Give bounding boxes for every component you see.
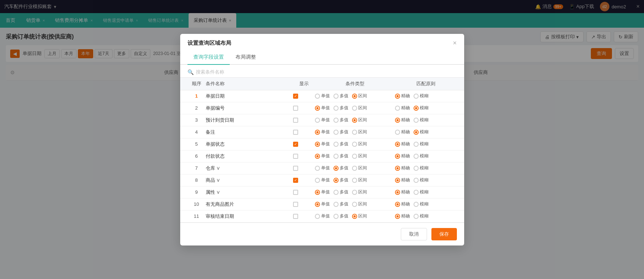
row-name: 单据状态 (206, 141, 293, 148)
row-name: 单据编号 (206, 105, 293, 111)
modal-close-btn[interactable]: × (453, 40, 457, 46)
radio-match-精确[interactable]: 精确 (395, 129, 410, 135)
display-checkbox[interactable] (293, 190, 298, 195)
search-icon: 🔍 (187, 69, 194, 75)
radio-match-精确[interactable]: 精确 (395, 141, 410, 147)
row-order: 10 (187, 201, 206, 207)
radio-type-多值[interactable]: 多值 (333, 93, 348, 99)
radio-match-精确[interactable]: 精确 (395, 153, 410, 159)
table-row: 2 单据编号 单值 多值 区间 精确 (180, 102, 464, 114)
radio-type-多值[interactable]: 多值 (333, 177, 348, 183)
radio-match-精确[interactable]: 精确 (395, 105, 410, 111)
radio-match-模糊[interactable]: 模糊 (414, 189, 428, 195)
display-checkbox[interactable] (293, 154, 298, 159)
row-display[interactable] (293, 130, 315, 135)
radio-type-区间[interactable]: 区间 (352, 93, 367, 99)
display-checkbox[interactable] (293, 214, 298, 219)
display-checkbox[interactable] (293, 130, 298, 135)
radio-circle (333, 130, 339, 135)
radio-match-模糊[interactable]: 模糊 (414, 141, 428, 147)
radio-match-模糊[interactable]: 模糊 (414, 177, 428, 183)
radio-match-模糊[interactable]: 模糊 (414, 153, 428, 159)
radio-type-多值[interactable]: 多值 (333, 105, 348, 111)
row-display[interactable] (293, 202, 315, 207)
radio-type-多值[interactable]: 多值 (333, 141, 348, 147)
radio-type-多值[interactable]: 多值 (333, 129, 348, 135)
row-display[interactable] (293, 190, 315, 195)
radio-type-单值[interactable]: 单值 (315, 213, 330, 219)
radio-type-单值[interactable]: 单值 (315, 105, 330, 111)
row-display[interactable] (293, 106, 315, 111)
settings-modal: 设置查询区域布局 × 查询字段设置 布局调整 🔍 顺序 条件名称 显示 条件类型… (180, 34, 464, 245)
radio-type-单值[interactable]: 单值 (315, 153, 330, 159)
save-btn[interactable]: 保存 (431, 228, 457, 240)
radio-match-精确[interactable]: 精确 (395, 93, 410, 99)
radio-type-多值[interactable]: 多值 (333, 201, 348, 207)
search-input[interactable] (196, 69, 457, 75)
radio-type-多值[interactable]: 多值 (333, 165, 348, 171)
radio-type-单值[interactable]: 单值 (315, 165, 330, 171)
row-order: 3 (187, 117, 206, 123)
display-checkbox[interactable] (293, 178, 298, 183)
radio-type-单值[interactable]: 单值 (315, 141, 330, 147)
row-display[interactable] (293, 154, 315, 159)
radio-match-精确[interactable]: 精确 (395, 117, 410, 123)
cancel-btn[interactable]: 取消 (401, 228, 427, 240)
radio-match-精确[interactable]: 精确 (395, 213, 410, 219)
radio-type-区间[interactable]: 区间 (352, 165, 367, 171)
radio-type-区间[interactable]: 区间 (352, 129, 367, 135)
row-order: 6 (187, 153, 206, 159)
display-checkbox[interactable] (293, 118, 298, 123)
radio-type-区间[interactable]: 区间 (352, 213, 367, 219)
col-header-match: 匹配原则 (395, 80, 457, 87)
radio-type-单值[interactable]: 单值 (315, 201, 330, 207)
row-display[interactable] (293, 94, 315, 99)
radio-type-区间[interactable]: 区间 (352, 201, 367, 207)
radio-circle (315, 214, 320, 219)
row-display[interactable] (293, 142, 315, 147)
radio-circle (315, 94, 320, 99)
display-checkbox[interactable] (293, 202, 298, 207)
radio-match-模糊[interactable]: 模糊 (414, 129, 428, 135)
display-checkbox[interactable] (293, 106, 298, 111)
radio-match-模糊[interactable]: 模糊 (414, 213, 428, 219)
table-row: 6 付款状态 单值 多值 区间 精确 (180, 150, 464, 162)
row-display[interactable] (293, 178, 315, 183)
radio-type-单值[interactable]: 单值 (315, 129, 330, 135)
modal-tab-layout[interactable]: 布局调整 (230, 51, 262, 65)
radio-type-多值[interactable]: 多值 (333, 213, 348, 219)
radio-match-模糊[interactable]: 模糊 (414, 201, 428, 207)
row-display[interactable] (293, 166, 315, 171)
radio-match-精确[interactable]: 精确 (395, 201, 410, 207)
radio-type-多值[interactable]: 多值 (333, 153, 348, 159)
radio-type-多值[interactable]: 多值 (333, 117, 348, 123)
radio-circle (333, 94, 339, 99)
radio-type-多值[interactable]: 多值 (333, 189, 348, 195)
radio-match-精确[interactable]: 精确 (395, 189, 410, 195)
radio-match-模糊[interactable]: 模糊 (414, 117, 428, 123)
radio-type-区间[interactable]: 区间 (352, 117, 367, 123)
radio-circle (414, 166, 419, 171)
display-checkbox[interactable] (293, 142, 298, 147)
radio-type-区间[interactable]: 区间 (352, 177, 367, 183)
radio-match-模糊[interactable]: 模糊 (414, 165, 428, 171)
row-display[interactable] (293, 118, 315, 123)
radio-match-模糊[interactable]: 模糊 (414, 93, 428, 99)
row-display[interactable] (293, 214, 315, 219)
radio-type-单值[interactable]: 单值 (315, 93, 330, 99)
display-checkbox[interactable] (293, 94, 298, 99)
radio-type-单值[interactable]: 单值 (315, 177, 330, 183)
radio-type-区间[interactable]: 区间 (352, 153, 367, 159)
radio-type-区间[interactable]: 区间 (352, 105, 367, 111)
display-checkbox[interactable] (293, 166, 298, 171)
modal-tab-fields-label: 查询字段设置 (193, 54, 224, 60)
radio-type-区间[interactable]: 区间 (352, 189, 367, 195)
radio-match-精确[interactable]: 精确 (395, 165, 410, 171)
radio-type-单值[interactable]: 单值 (315, 117, 330, 123)
modal-tab-fields[interactable]: 查询字段设置 (187, 51, 230, 65)
radio-match-精确[interactable]: 精确 (395, 177, 410, 183)
radio-match-模糊[interactable]: 模糊 (414, 105, 428, 111)
radio-type-单值[interactable]: 单值 (315, 189, 330, 195)
radio-type-区间[interactable]: 区间 (352, 141, 367, 147)
radio-circle (414, 190, 419, 195)
